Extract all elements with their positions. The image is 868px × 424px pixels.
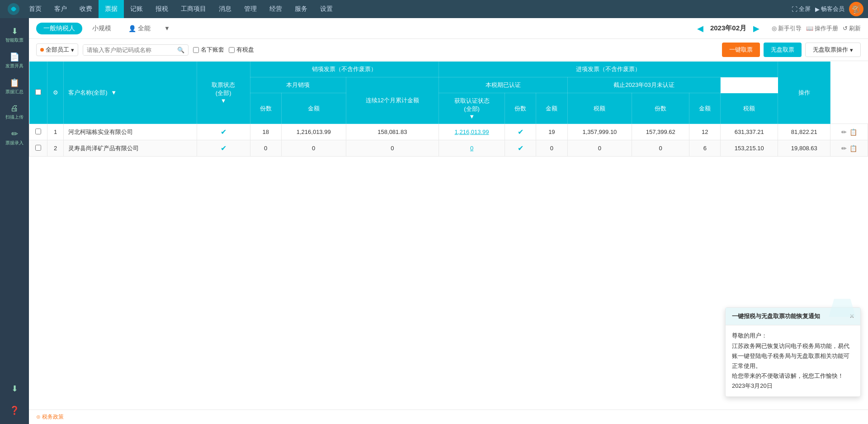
one-click-fetch-button[interactable]: 一键取票 — [722, 43, 760, 57]
detail-icon-0[interactable]: 📋 — [849, 129, 857, 136]
sidebar-download-button[interactable]: ⬇ — [5, 380, 24, 398]
th-sales-invoice: 销项发票（不含作废票） — [250, 62, 439, 77]
row-cumulative-1: 0 — [439, 140, 505, 157]
own-accounts-checkbox[interactable]: 名下账套 — [193, 46, 224, 54]
th-certified: 本税期已认证 — [439, 77, 567, 93]
th-certified-tax: 税额 — [567, 93, 632, 124]
row-cert-status-0: ✔ — [505, 124, 536, 140]
own-accounts-input[interactable] — [193, 47, 199, 53]
member-button[interactable]: ▶ 畅客会员 — [815, 5, 844, 13]
row-actions-1: ✏ 📋 — [830, 140, 868, 157]
th-uncertified-qty: 份数 — [632, 93, 689, 124]
row-certified-tax-1: 0 — [632, 140, 689, 157]
th-uncertified-tax: 税额 — [721, 93, 778, 124]
data-entry-icon: ✏ — [11, 129, 18, 139]
nav-invoice[interactable]: 票据 — [99, 0, 124, 18]
user-avatar[interactable]: 🐒 — [849, 2, 863, 16]
app-logo — [5, 0, 23, 18]
row-uncertified-amount-0: 631,337.21 — [721, 124, 778, 140]
invoice-table: ⚙ 客户名称(全部) ▼ 取票状态(全部) ▼ 销项发票（不含作废票） 进项发票… — [29, 61, 868, 157]
row-cumulative-0: 1,216,013.99 — [439, 124, 505, 140]
row-sales-tax-1: 0 — [346, 140, 439, 157]
search-wrap: 🔍 — [83, 44, 189, 56]
nav-settings[interactable]: 设置 — [314, 0, 339, 18]
select-all-checkbox[interactable] — [35, 89, 41, 95]
edit-icon-0[interactable]: ✏ — [841, 129, 847, 136]
row-certified-tax-0: 157,399.62 — [632, 124, 689, 140]
th-customer-name: 客户名称(全部) ▼ — [64, 62, 197, 124]
notification-popup: 一键报税与无盘取票功能恢复通知 × 尊敬的用户： 江苏政务网已恢复访问电子税务局… — [725, 307, 861, 397]
tab-small-scale[interactable]: 小规模 — [85, 23, 118, 34]
tax-policy-link[interactable]: ⊙ 税务政策 — [36, 413, 64, 421]
fetch-status-filter[interactable]: ▼ — [221, 97, 226, 104]
date-next-button[interactable]: ▶ — [751, 23, 762, 34]
nav-customer[interactable]: 客户 — [48, 0, 73, 18]
th-checkbox[interactable] — [29, 62, 47, 124]
filter-icon[interactable]: ▼ — [111, 89, 117, 96]
guide-button[interactable]: ◎ 新手引导 — [772, 24, 802, 33]
edit-icon-1[interactable]: ✏ — [841, 145, 847, 152]
sidebar-item-invoice-summary[interactable]: 📋 票据汇总 — [2, 74, 27, 98]
date-prev-button[interactable]: ◀ — [695, 23, 706, 34]
nav-service[interactable]: 服务 — [288, 0, 314, 18]
row-sales-amount-1: 0 — [281, 140, 346, 157]
sidebar-item-invoice-open[interactable]: 📄 发票开具 — [2, 48, 27, 72]
invoice-open-icon: 📄 — [9, 52, 19, 62]
row-checkbox-1[interactable] — [29, 140, 47, 157]
sidebar-item-data-entry[interactable]: ✏ 票据录入 — [2, 125, 27, 149]
current-date: 2023年02月 — [710, 24, 746, 33]
diskless-ops-button[interactable]: 无盘取票操作 ▾ — [805, 43, 861, 57]
employee-filter[interactable]: 全部员工 ▾ — [36, 43, 78, 56]
nav-tax[interactable]: 报税 — [149, 0, 175, 18]
refresh-icon: ↺ — [843, 25, 848, 32]
table-row: 1 河北柯瑞栋实业有限公司 ✔ 18 1,216,013.99 158,081.… — [29, 124, 868, 140]
diskless-fetch-button[interactable]: 无盘取票 — [764, 43, 802, 57]
sidebar: ⬇ 智能取票 📄 发票开具 📋 票据汇总 🖨 扫描上传 ✏ 票据录入 ⬇ ❓ — [0, 18, 29, 424]
top-right-actions: ⛶ 全屏 ▶ 畅客会员 🐒 — [792, 2, 863, 16]
date-navigation: ◀ 2023年02月 ▶ — [695, 23, 762, 34]
nav-bookkeeping[interactable]: 记账 — [124, 0, 149, 18]
nav-operation[interactable]: 经营 — [263, 0, 288, 18]
manual-button[interactable]: 📖 操作手册 — [806, 24, 838, 33]
search-button[interactable]: 🔍 — [174, 45, 188, 55]
nav-home[interactable]: 首页 — [23, 0, 48, 18]
nav-fee[interactable]: 收费 — [73, 0, 99, 18]
detail-icon-1[interactable]: 📋 — [849, 145, 857, 152]
filter-bar: 全部员工 ▾ 🔍 名下账套 有税盘 一键取票 无盘取票 无盘取票操作 ▾ — [29, 39, 868, 61]
row-sales-qty-0: 18 — [250, 124, 281, 140]
tab-general-taxpayer[interactable]: 一般纳税人 — [36, 23, 82, 34]
smart-fetch-icon: ⬇ — [11, 26, 18, 36]
refresh-button[interactable]: ↺ 刷新 — [843, 24, 861, 33]
tax-disk-checkbox[interactable]: 有税盘 — [229, 46, 254, 54]
nav-biz[interactable]: 工商项目 — [175, 0, 212, 18]
tab-all[interactable]: 👤 全能 — [121, 23, 158, 34]
row-sales-qty-1: 0 — [250, 140, 281, 157]
th-uncertified: 截止2023年03月未认证 — [567, 77, 721, 93]
cert-status-filter[interactable]: ▼ — [469, 113, 475, 120]
row-uncertified-amount-1: 153,215.10 — [721, 140, 778, 157]
manual-icon: 📖 — [806, 25, 813, 32]
nav-message[interactable]: 消息 — [212, 0, 238, 18]
employee-dot — [40, 48, 44, 52]
bottom-bar: ⊙ 税务政策 — [29, 410, 868, 424]
th-fetch-status: 取票状态(全部) ▼ — [197, 62, 250, 124]
row-certified-amount-0: 1,357,999.10 — [567, 124, 632, 140]
th-sales-qty: 份数 — [250, 93, 281, 124]
th-settings[interactable]: ⚙ — [47, 62, 64, 124]
nav-manage[interactable]: 管理 — [238, 0, 263, 18]
row-index-1: 2 — [47, 140, 64, 157]
tax-disk-input[interactable] — [229, 47, 235, 53]
th-action-header: 操作 — [778, 62, 830, 124]
sidebar-item-scan-upload[interactable]: 🖨 扫描上传 — [2, 100, 27, 124]
row-checkbox-0[interactable] — [29, 124, 47, 140]
sidebar-item-smart-fetch[interactable]: ⬇ 智能取票 — [2, 23, 27, 47]
filter-actions: 一键取票 无盘取票 无盘取票操作 ▾ — [722, 43, 861, 57]
fullscreen-button[interactable]: ⛶ 全屏 — [792, 5, 811, 13]
row-name-0: 河北柯瑞栋实业有限公司 — [64, 124, 197, 140]
row-uncertified-qty-0: 12 — [689, 124, 721, 140]
sidebar-help-button[interactable]: ❓ — [5, 401, 24, 419]
search-input[interactable] — [83, 45, 174, 55]
row-status-1: ✔ — [197, 140, 250, 157]
tab-more-button[interactable]: ▼ — [160, 23, 174, 33]
row-actions-0: ✏ 📋 — [830, 124, 868, 140]
